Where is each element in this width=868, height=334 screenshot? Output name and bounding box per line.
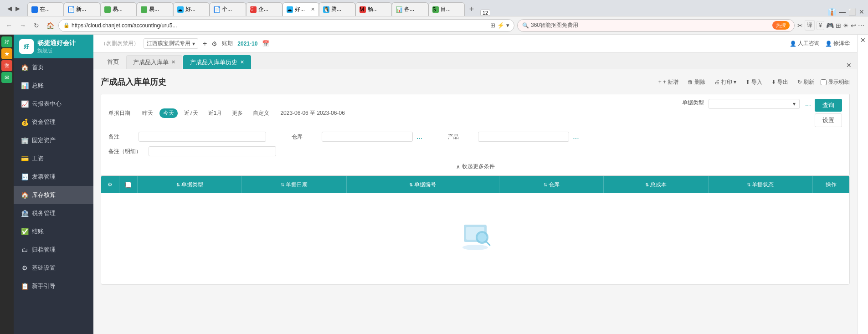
lightning-icon[interactable]: ⚡: [497, 22, 504, 29]
page-tab-breadcrumb[interactable]: 首页: [101, 55, 125, 69]
date-btn-yesterday[interactable]: 昨天: [139, 108, 157, 118]
th-warehouse[interactable]: ⇅ 仓库: [499, 176, 604, 193]
tab-1[interactable]: 在...: [27, 2, 64, 16]
undo-icon[interactable]: ↩: [851, 22, 856, 29]
forward-button[interactable]: →: [17, 20, 28, 31]
home-button[interactable]: 🏠: [45, 20, 56, 31]
tab-count-badge[interactable]: 12: [480, 10, 490, 16]
select-all-checkbox[interactable]: [125, 182, 131, 188]
close-btn[interactable]: ✕: [859, 8, 864, 15]
page-tab-voucher-list-close[interactable]: ✕: [171, 59, 175, 65]
hot-badge[interactable]: 热搜: [772, 21, 790, 30]
th-date[interactable]: ⇅ 单据日期: [242, 176, 346, 193]
type-select[interactable]: ▾: [709, 99, 800, 109]
calendar-icon[interactable]: 📅: [262, 40, 269, 47]
setting-btn[interactable]: 设置: [815, 113, 842, 127]
browser-back-btn[interactable]: ◀: [6, 5, 13, 12]
date-btn-today[interactable]: 今天: [159, 108, 178, 118]
right-panel-close-btn[interactable]: ✕: [860, 36, 866, 44]
sidebar-item-inventory[interactable]: 🏠 库存核算: [14, 186, 93, 204]
page-close-btn[interactable]: ✕: [846, 62, 857, 69]
reload-button[interactable]: ↻: [31, 20, 42, 31]
delete-btn[interactable]: 🗑 删除: [685, 77, 708, 87]
warehouse-input[interactable]: [322, 132, 413, 142]
show-cols-input[interactable]: [821, 79, 827, 85]
sidebar-item-invoice[interactable]: 🧾 发票管理: [14, 168, 93, 186]
type-dots[interactable]: ...: [805, 100, 811, 108]
tab-4[interactable]: 易...: [137, 2, 173, 16]
company-settings-icon[interactable]: ⚙: [211, 40, 217, 47]
sidebar-item-ledger[interactable]: 📊 总账: [14, 77, 93, 95]
sidebar-item-guide[interactable]: 📋 新手引导: [14, 277, 93, 295]
app-icon-star[interactable]: ★: [1, 48, 12, 59]
game-icon[interactable]: 🎮: [826, 22, 834, 29]
scissors-icon[interactable]: ✂: [797, 22, 803, 29]
translate-icon[interactable]: 译: [805, 20, 815, 31]
date-btn-1month[interactable]: 近1月: [205, 108, 226, 118]
sidebar-item-tax[interactable]: 🏦 税务管理: [14, 204, 93, 222]
tab-8-active[interactable]: ☁ 好... ✕: [282, 2, 319, 16]
add-btn[interactable]: + + 新增: [656, 77, 681, 87]
th-cost[interactable]: ⇅ 总成本: [604, 176, 708, 193]
sidebar-item-close-period[interactable]: ✅ 结账: [14, 222, 93, 241]
yuan-icon[interactable]: ¥: [817, 21, 824, 30]
period-value[interactable]: 2021-10: [237, 41, 257, 47]
company-selector[interactable]: 江西膜宝测试专用 ▾: [144, 38, 198, 49]
collapse-btn[interactable]: ∧ 收起更多条件: [456, 161, 495, 172]
tab-7[interactable]: C 企...: [246, 2, 282, 16]
th-checkbox[interactable]: [119, 176, 138, 193]
tab-10[interactable]: M 畅...: [355, 2, 392, 16]
show-cols-checkbox[interactable]: 显示明细: [821, 78, 850, 86]
tab-8-close-icon[interactable]: ✕: [311, 6, 315, 12]
import-btn[interactable]: ⬆ 导入: [743, 77, 765, 87]
refresh-btn[interactable]: ↻ 刷新: [795, 77, 817, 87]
query-btn[interactable]: 查询: [815, 99, 842, 112]
page-tab-voucher-list[interactable]: 产成品入库单 ✕: [126, 55, 182, 69]
note-detail-input[interactable]: [149, 146, 276, 156]
print-btn[interactable]: 🖨 打印 ▾: [712, 77, 739, 87]
th-gear[interactable]: ⚙: [101, 176, 119, 193]
tab-5[interactable]: ☁ 好...: [173, 2, 210, 16]
sidebar-item-funds[interactable]: 💰 资金管理: [14, 113, 93, 131]
page-tab-history-close[interactable]: ✕: [240, 59, 244, 65]
sidebar-item-reports[interactable]: 📈 云报表中心: [14, 95, 93, 113]
sidebar-item-archive[interactable]: 🗂 归档管理: [14, 241, 93, 259]
date-btn-more[interactable]: 更多: [228, 108, 247, 118]
search-bar[interactable]: 🔍 360智能抠图免费用 热搜: [517, 19, 795, 32]
more-icon[interactable]: ⋯: [858, 22, 864, 29]
note-input[interactable]: [139, 132, 266, 142]
sidebar-item-settings[interactable]: ⚙ 基础设置: [14, 259, 93, 277]
app-icon-sina[interactable]: 微: [1, 60, 12, 71]
maximize-btn[interactable]: ⬜: [848, 8, 856, 15]
sidebar-item-salary[interactable]: 💳 工资: [14, 149, 93, 168]
dropdown-icon[interactable]: ▾: [506, 22, 509, 29]
tab-3[interactable]: 易...: [100, 2, 137, 16]
grid-icon[interactable]: ⊞: [490, 22, 495, 29]
browser-forward-btn[interactable]: ▶: [14, 5, 21, 12]
page-tab-history[interactable]: 产成品入库单历史 ✕: [183, 55, 251, 69]
back-button[interactable]: ←: [4, 20, 15, 31]
page-close-icon[interactable]: ✕: [846, 62, 852, 69]
service-btn[interactable]: 👤 人工咨询: [790, 40, 820, 47]
address-bar[interactable]: 🔒 https://cloud.chanjet.com/accounting/u…: [58, 19, 514, 32]
minimize-btn[interactable]: —: [839, 8, 846, 15]
product-input[interactable]: [478, 132, 569, 142]
th-type[interactable]: ⇅ 单据类型: [138, 176, 242, 193]
tab-2[interactable]: 📄 新...: [64, 2, 100, 16]
date-btn-7days[interactable]: 近7天: [180, 108, 202, 118]
tab-6[interactable]: 📄 个...: [210, 2, 246, 16]
date-btn-custom[interactable]: 自定义: [249, 108, 273, 118]
th-status[interactable]: ⇅ 单据状态: [709, 176, 813, 193]
app-icon-chanjet[interactable]: 好: [1, 36, 12, 47]
sidebar-item-home[interactable]: 🏠 首页: [14, 58, 93, 77]
sun-icon[interactable]: ☀: [843, 22, 849, 29]
tab-12[interactable]: S 目...: [428, 2, 465, 16]
add-company-btn[interactable]: +: [203, 40, 207, 48]
grid2-icon[interactable]: ⊞: [836, 22, 841, 29]
export-btn[interactable]: ⬇ 导出: [769, 77, 791, 87]
user-name[interactable]: 👤 徐泽华: [825, 40, 850, 47]
product-dots[interactable]: ...: [573, 133, 579, 141]
sidebar-item-assets[interactable]: 🏢 固定资产: [14, 131, 93, 149]
tab-9[interactable]: 🐧 腾...: [319, 2, 355, 16]
th-number[interactable]: ⇅ 单据编号: [347, 176, 499, 193]
